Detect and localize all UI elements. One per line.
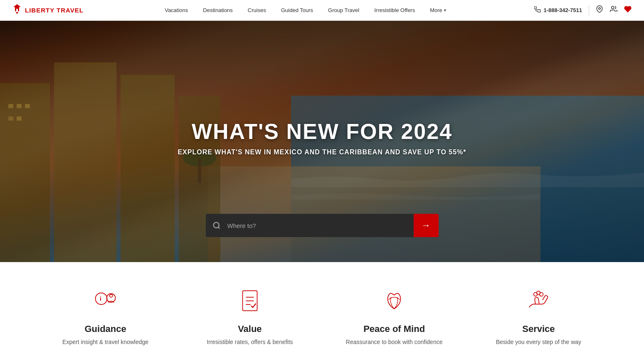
header-right: 1-888-342-7511 [515,5,632,15]
value-icon [235,287,264,316]
nav-irresistible-offers[interactable]: Irresistible Offers [367,0,422,21]
peace-title: Peace of Mind [363,324,425,334]
chevron-down-icon: ▾ [444,8,446,12]
logo-icon [12,4,22,17]
nav-vacations[interactable]: Vacations [157,0,195,21]
peace-desc: Reassurance to book with confidence [346,338,443,347]
feature-peace-of-mind: Peace of Mind Reassurance to book with c… [331,287,458,347]
service-icon [524,287,553,316]
header-divider [589,5,589,15]
phone-number: 1-888-342-7511 [543,7,582,13]
service-desc: Beside you every step of the way [496,338,581,347]
svg-point-20 [109,295,112,297]
guidance-desc: Expert insight & travel knowledge [62,338,148,347]
svg-point-27 [537,291,540,295]
phone-area[interactable]: 1-888-342-7511 [534,6,582,14]
hero-content: WHAT'S NEW FOR 2024 EXPLORE WHAT'S NEW I… [156,120,489,156]
logo-area[interactable]: LIBERTY TRAVEL [12,4,96,17]
phone-icon [534,6,541,14]
peace-of-mind-icon [380,287,409,316]
feature-guidance: i Guidance Expert insight & travel knowl… [42,287,169,347]
favorites-icon[interactable] [624,5,632,15]
location-icon[interactable] [596,5,603,15]
search-input[interactable] [227,214,414,237]
nav-cruises[interactable]: Cruises [240,0,274,21]
guidance-title: Guidance [84,324,126,334]
main-nav: Vacations Destinations Cruises Guided To… [96,0,515,21]
svg-point-16 [213,223,219,228]
nav-guided-tours[interactable]: Guided Tours [274,0,321,21]
hero-title: WHAT'S NEW FOR 2024 [156,120,489,144]
value-title: Value [238,324,262,334]
service-title: Service [522,324,555,334]
feature-value: Value Irresistible rates, offers & benef… [186,287,313,347]
svg-point-0 [599,7,601,10]
search-bar-wrapper: → [206,214,439,237]
value-desc: Irresistible rates, offers & benefits [207,338,293,347]
hero-subtitle: EXPLORE WHAT'S NEW IN MEXICO AND THE CAR… [156,149,489,156]
features-section: i Guidance Expert insight & travel knowl… [0,262,644,359]
search-button[interactable]: → [414,214,439,237]
svg-text:i: i [100,295,101,302]
hero-section: WHAT'S NEW FOR 2024 EXPLORE WHAT'S NEW I… [0,21,644,262]
svg-point-1 [612,6,614,9]
main-header: LIBERTY TRAVEL Vacations Destinations Cr… [0,0,644,21]
search-icon [206,214,227,237]
nav-more[interactable]: More ▾ [422,0,454,21]
guidance-icon: i [91,287,120,316]
nav-destinations[interactable]: Destinations [195,0,240,21]
feature-service: Service Beside you every step of the way [475,287,602,347]
nav-group-travel[interactable]: Group Travel [321,0,367,21]
user-icon[interactable] [610,5,617,15]
logo-text: LIBERTY TRAVEL [25,7,84,14]
search-bar: → [206,214,439,237]
